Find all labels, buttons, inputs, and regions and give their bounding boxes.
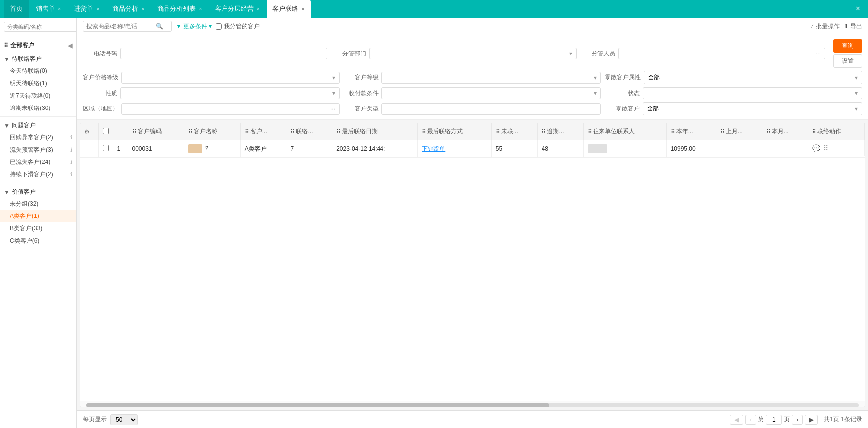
page-size-label: 每页显示	[83, 415, 107, 424]
arrow-icon: ▼	[4, 122, 10, 129]
export-label: 导出	[850, 22, 862, 31]
filter-select-零散客户属性[interactable]: 全部▾	[644, 71, 862, 84]
next-page-btn[interactable]: ›	[792, 415, 803, 425]
more-filter-btn[interactable]: ▼ 更多条件 ▾	[176, 22, 212, 31]
filter-select-客户价格等级[interactable]: ▾	[121, 72, 340, 84]
sidebar-all-customers[interactable]: ⠿ 全部客户 ◀	[0, 38, 76, 53]
nav-tab-customer-contact[interactable]: 客户联络×	[267, 0, 310, 18]
filter-item-3-2: 零散客户全部▾	[605, 102, 862, 115]
tab-close-customer-contact[interactable]: ×	[301, 6, 304, 12]
sidebar-item[interactable]: 近7天待联络(0)	[0, 90, 76, 102]
filter-label: 客户等级	[344, 73, 379, 82]
col-header-checkbox	[98, 123, 113, 140]
filter-dots-分管人员[interactable]: ···	[618, 48, 825, 59]
tab-close-goods-analysis-list[interactable]: ×	[199, 6, 202, 12]
filter-select-收付款条件[interactable]: ▾	[381, 87, 601, 99]
first-page-btn[interactable]: ◀	[730, 415, 743, 425]
col-header-code: ⠿客户编码	[128, 123, 184, 140]
filter-select-性质[interactable]: ▾	[120, 87, 340, 99]
sidebar-item[interactable]: 持续下滑客户(2)ℹ	[0, 168, 76, 181]
sidebar-item[interactable]: 逾期未联络(30)	[0, 102, 76, 114]
my-customer-checkbox[interactable]	[216, 23, 222, 30]
last-contact-method[interactable]: 下销货单	[418, 140, 492, 158]
filter-select-零散客户[interactable]: 全部▾	[643, 102, 862, 115]
table-area: ⚙⠿客户编码⠿客户名称⠿客户...⠿联络...⠿最后联络日期⠿最后联络方式⠿未联…	[80, 123, 865, 407]
row-actions: 💬⠿	[808, 140, 864, 156]
nav-tab-goods-analysis-list[interactable]: 商品分析列表×	[151, 0, 208, 18]
nav-tab-customer-segment[interactable]: 客户分层经营×	[209, 0, 266, 18]
filter-item-0-1: 分管部门▾	[331, 48, 576, 59]
customer-color-block	[188, 144, 202, 153]
filter-select-状态[interactable]: ▾	[643, 87, 862, 99]
nav-tab-sales[interactable]: 销售单×	[30, 0, 67, 18]
close-all-tabs[interactable]: ×	[852, 4, 864, 13]
sidebar-group-label-problem-customer[interactable]: ▼问题客户	[0, 119, 76, 131]
grid-action-icon[interactable]: ⠿	[823, 144, 828, 152]
sidebar-item[interactable]: 未分组(32)	[0, 198, 76, 210]
info-icon: ℹ	[70, 171, 72, 178]
row-checkbox[interactable]	[103, 145, 109, 151]
sidebar-search-input[interactable]	[4, 22, 77, 32]
sidebar-item[interactable]: 已流失客户(24)ℹ	[0, 156, 76, 168]
horizontal-scrollbar[interactable]	[80, 401, 865, 407]
filter-input-电话号码[interactable]	[120, 48, 327, 59]
filter-search-box: 🔍	[83, 21, 172, 32]
col-header-gear[interactable]: ⚙	[80, 123, 98, 140]
sidebar-item[interactable]: C类客户(6)	[0, 235, 76, 247]
filter-panel: 电话号码分管部门▾分管人员···查询设置客户价格等级▾客户等级▾零散客户属性全部…	[77, 35, 868, 120]
table-wrapper[interactable]: ⚙⠿客户编码⠿客户名称⠿客户...⠿联络...⠿最后联络日期⠿最后联络方式⠿未联…	[80, 123, 865, 401]
filter-action-buttons: 查询设置	[833, 39, 862, 68]
table-row: 1000031 ？A类客户72023-04-12 14:44:下销货单55481…	[80, 140, 865, 158]
prev-page-btn[interactable]: ‹	[745, 415, 756, 425]
col-header-contact: ⠿联络...	[286, 123, 332, 140]
query-button[interactable]: 查询	[833, 39, 862, 53]
my-customer-checkbox-area[interactable]: 我分管的客户	[216, 22, 260, 31]
chevron-down-icon: ▾	[332, 74, 335, 81]
filter-search-icon[interactable]: 🔍	[156, 23, 163, 30]
setting-button[interactable]: 设置	[833, 54, 862, 68]
customer-name: ？	[184, 140, 241, 158]
content-area: 🔍 ▼ 更多条件 ▾ 我分管的客户 ☑ 批量操作 ⬆ 导出	[77, 18, 868, 428]
sidebar-collapse-icon[interactable]: ◀	[68, 42, 72, 49]
sidebar-group-value-customer: ▼价值客户未分组(32)A类客户(1)B类客户(33)C类客户(6)	[0, 185, 76, 247]
page-number-input[interactable]	[766, 415, 782, 425]
gear-icon[interactable]: ⚙	[84, 128, 90, 135]
col-header-thisMonth: ⠿本月...	[762, 123, 808, 140]
sidebar-item[interactable]: 今天待联络(0)	[0, 65, 76, 77]
sidebar-item[interactable]: 回购异常客户(2)ℹ	[0, 131, 76, 144]
select-all-checkbox[interactable]	[103, 128, 109, 134]
sidebar-item[interactable]: 明天待联络(1)	[0, 77, 76, 90]
sidebar-item[interactable]: 流失预警客户(3)ℹ	[0, 144, 76, 156]
sidebar-group-label-value-customer[interactable]: ▼价值客户	[0, 185, 76, 198]
sidebar-search-area: 🔍	[0, 18, 76, 36]
filter-select-客户等级[interactable]: ▾	[381, 72, 601, 84]
col-header-lastMethod: ⠿最后联络方式	[418, 123, 492, 140]
filter-dots-区域（地区）[interactable]: ···	[121, 103, 340, 115]
filter-select-分管部门[interactable]: ▾	[369, 48, 576, 59]
filter-label: 性质	[83, 89, 117, 98]
last-page-btn[interactable]: ▶	[805, 415, 818, 425]
nav-tab-purchase[interactable]: 进货单×	[68, 0, 105, 18]
filter-label: 状态	[605, 89, 640, 98]
export-btn[interactable]: ⬆ 导出	[844, 22, 862, 31]
unit-contact-block	[588, 144, 607, 153]
tab-close-sales[interactable]: ×	[58, 6, 61, 12]
tab-close-purchase[interactable]: ×	[96, 6, 99, 12]
batch-operation-btn[interactable]: ☑ 批量操作	[809, 22, 840, 31]
filter-input-客户类型[interactable]	[381, 103, 601, 115]
page-size-select[interactable]: 50 100 200	[110, 414, 138, 425]
sidebar-item[interactable]: A类客户(1)	[0, 210, 76, 222]
filter-item-1-0: 客户价格等级▾	[83, 72, 340, 84]
filter-label: 电话号码	[83, 50, 117, 58]
filter-search-input[interactable]	[86, 23, 156, 30]
tab-close-goods-analysis[interactable]: ×	[141, 6, 144, 12]
sidebar-group-label-pending-contact[interactable]: ▼待联络客户	[0, 53, 76, 65]
overdue-days: 48	[538, 140, 584, 158]
tab-close-customer-segment[interactable]: ×	[257, 6, 260, 12]
sidebar-item[interactable]: B类客户(33)	[0, 222, 76, 235]
customer-code: 000031	[128, 140, 184, 158]
chat-action-icon[interactable]: 💬	[812, 144, 820, 152]
col-header-name: ⠿客户名称	[184, 123, 241, 140]
nav-tab-home[interactable]: 首页	[4, 0, 29, 18]
nav-tab-goods-analysis[interactable]: 商品分析×	[107, 0, 150, 18]
